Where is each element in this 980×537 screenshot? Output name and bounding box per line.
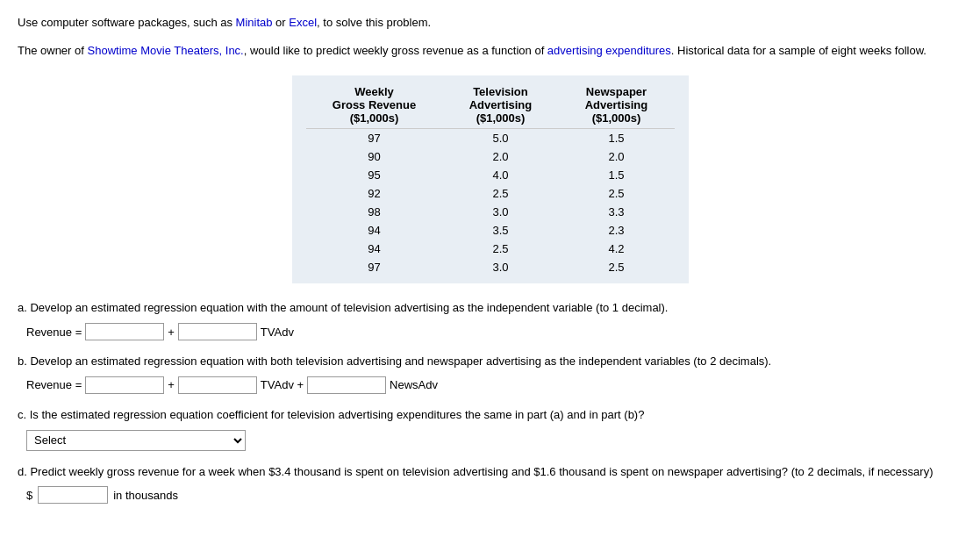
- table-cell: 97: [306, 129, 443, 148]
- section-b: b. Develop an estimated regression equat…: [18, 353, 962, 394]
- section-a: a. Develop an estimated regression equat…: [18, 299, 962, 340]
- section-a-input2[interactable]: [178, 323, 257, 340]
- table-cell: 3.0: [442, 203, 558, 221]
- minitab-link[interactable]: Minitab: [236, 16, 273, 29]
- section-a-prefix: Revenue =: [26, 326, 82, 339]
- section-d-label: d. Predict weekly gross revenue for a we…: [18, 463, 962, 482]
- section-b-input3[interactable]: [307, 376, 386, 394]
- col-header-news-1: Newspaper: [558, 82, 674, 98]
- table-row: 922.52.5: [306, 184, 675, 203]
- table-cell: 4.2: [558, 240, 674, 258]
- table-cell: 5.0: [442, 129, 558, 148]
- section-c-select[interactable]: SelectYesNo: [26, 430, 246, 451]
- table-cell: 90: [306, 147, 443, 166]
- table-cell: 95: [306, 166, 443, 184]
- table-row: 954.01.5: [306, 166, 675, 184]
- table-cell: 3.0: [442, 258, 558, 276]
- table-row: 975.01.5: [306, 129, 675, 148]
- section-b-label: b. Develop an estimated regression equat…: [18, 353, 962, 371]
- col-header-weekly-3: ($1,000s): [306, 111, 443, 129]
- table-row: 902.02.0: [306, 147, 675, 166]
- table-cell: 2.0: [442, 147, 558, 166]
- table-cell: 92: [306, 184, 443, 203]
- data-table: Weekly Television Newspaper Gross Revenu…: [306, 82, 675, 276]
- section-d: d. Predict weekly gross revenue for a we…: [18, 463, 962, 505]
- table-cell: 2.5: [442, 184, 558, 203]
- table-cell: 94: [306, 240, 443, 258]
- section-a-input1[interactable]: [85, 323, 164, 340]
- table-row: 943.52.3: [306, 221, 675, 240]
- table-cell: 3.3: [558, 203, 674, 221]
- section-d-input[interactable]: [38, 486, 108, 504]
- col-header-weekly-2: Gross Revenue: [306, 98, 443, 111]
- section-d-dollar: $: [26, 489, 32, 502]
- col-header-tv-2: Advertising: [442, 98, 558, 111]
- main-description: The owner of Showtime Movie Theaters, In…: [18, 42, 962, 61]
- section-b-plus1: +: [168, 378, 175, 391]
- table-cell: 97: [306, 258, 443, 276]
- table-cell: 2.0: [558, 147, 674, 166]
- excel-link[interactable]: Excel: [289, 16, 317, 29]
- section-d-input-row: $ in thousands: [26, 486, 962, 504]
- section-b-input1[interactable]: [85, 376, 164, 394]
- table-cell: 2.5: [442, 240, 558, 258]
- col-header-tv-1: Television: [442, 82, 558, 98]
- section-a-plus: +: [168, 326, 175, 339]
- col-header-weekly-1: Weekly: [306, 82, 443, 98]
- table-cell: 4.0: [442, 166, 558, 184]
- section-b-formula: Revenue = + TVAdv + NewsAdv: [26, 376, 962, 394]
- table-cell: 2.5: [558, 184, 674, 203]
- intro-text: Use computer software packages, such as …: [18, 14, 962, 32]
- table-cell: 2.3: [558, 221, 674, 240]
- table-cell: 94: [306, 221, 443, 240]
- section-a-formula: Revenue = + TVAdv: [26, 323, 962, 340]
- table-cell: 1.5: [558, 129, 674, 148]
- section-b-newsadv: NewsAdv: [390, 378, 438, 391]
- table-row: 942.54.2: [306, 240, 675, 258]
- section-b-tvadv: TVAdv +: [261, 378, 304, 391]
- section-b-input2[interactable]: [178, 376, 257, 394]
- section-c-label: c. Is the estimated regression equation …: [18, 406, 962, 425]
- table-row: 973.02.5: [306, 258, 675, 276]
- data-table-section: Weekly Television Newspaper Gross Revenu…: [18, 75, 962, 283]
- section-c-select-row: SelectYesNo: [26, 430, 962, 451]
- table-background: Weekly Television Newspaper Gross Revenu…: [292, 75, 689, 283]
- table-cell: 1.5: [558, 166, 674, 184]
- col-header-news-2: Advertising: [558, 98, 674, 111]
- section-a-tvadv: TVAdv: [261, 326, 294, 339]
- col-header-tv-3: ($1,000s): [442, 111, 558, 129]
- col-header-news-3: ($1,000s): [558, 111, 674, 129]
- table-row: 983.03.3: [306, 203, 675, 221]
- section-d-suffix: in thousands: [113, 489, 178, 502]
- table-cell: 2.5: [558, 258, 674, 276]
- section-b-prefix: Revenue =: [26, 378, 82, 391]
- table-cell: 3.5: [442, 221, 558, 240]
- table-cell: 98: [306, 203, 443, 221]
- section-c: c. Is the estimated regression equation …: [18, 406, 962, 451]
- section-a-label: a. Develop an estimated regression equat…: [18, 299, 962, 318]
